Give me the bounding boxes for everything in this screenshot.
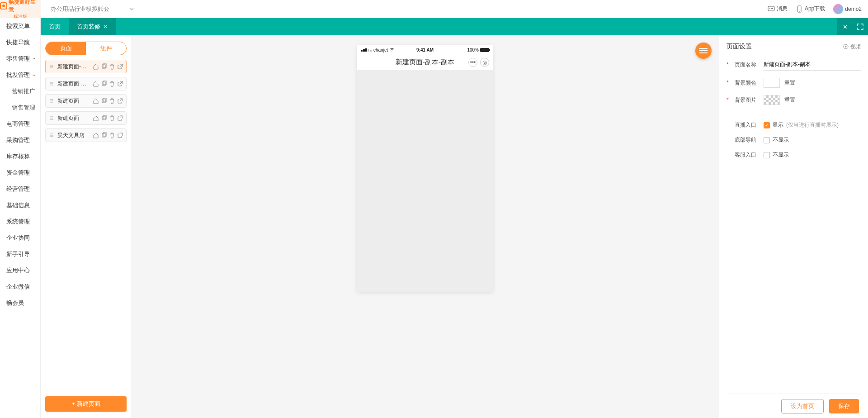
play-icon [843,44,849,49]
sidebar-item-quicknav[interactable]: 快捷导航 [0,34,40,51]
sidebar-item-appcenter[interactable]: 应用中心 [0,262,40,279]
phone-time: 9:41 AM [416,48,434,52]
tab-home[interactable]: 首页 [41,18,69,35]
page-row[interactable]: 昊天文具店 [45,128,127,142]
drag-icon[interactable] [48,132,55,138]
svg-rect-10 [102,99,105,103]
drag-icon[interactable] [48,63,55,70]
drag-icon[interactable] [48,98,55,104]
delete-icon[interactable] [109,81,115,87]
sidebar-item-retail[interactable]: 零售管理 [0,51,40,67]
svg-rect-12 [102,116,105,120]
save-button[interactable]: 保存 [829,399,859,413]
bg-image-swatch[interactable] [764,95,780,105]
sidebar-item-operation[interactable]: 经营管理 [0,181,40,197]
share-icon[interactable] [117,115,123,121]
page-row[interactable]: 新建页面 [45,111,127,125]
miniapp-menu-icon[interactable]: ••• [468,58,477,67]
svg-rect-6 [102,65,105,68]
share-icon[interactable] [117,98,123,104]
account-select[interactable]: 办公用品行业模拟账套 [47,3,137,15]
share-icon[interactable] [117,132,123,138]
bg-image-reset[interactable]: 重置 [784,96,795,104]
delete-icon[interactable] [109,63,115,70]
copy-icon[interactable] [101,81,107,87]
page-row[interactable]: 新建页面-副本 [45,77,127,90]
tab-page-decorate[interactable]: 首页装修✕ [69,18,116,35]
sidebar-item-search[interactable]: 搜索菜单 [0,18,40,34]
sidebar-item-purchase[interactable]: 采购管理 [0,132,40,148]
account-name: 办公用品行业模拟账套 [51,5,109,13]
home-icon[interactable] [93,81,99,87]
tab-close-all-button[interactable]: ✕ [837,18,853,35]
messages-link[interactable]: 消息 [768,5,788,13]
new-page-button[interactable]: + 新建页面 [45,396,127,412]
tab-bar: 首页 首页装修✕ ✕ [41,18,868,35]
copy-icon[interactable] [101,98,107,104]
checkbox-bottomnav-hide[interactable] [764,137,770,143]
top-bar: 畅捷通好生意 标准版 办公用品行业模拟账套 消息 App下载 demo2 [0,0,868,18]
checkbox-service-hide[interactable] [764,152,770,158]
home-icon[interactable] [93,115,99,121]
copy-icon[interactable] [101,132,107,138]
segment-pages[interactable]: 页面 [46,42,86,55]
close-icon[interactable]: ✕ [103,24,108,30]
video-help-link[interactable]: 视频 [843,43,861,51]
svg-rect-11 [103,98,106,102]
service-hide-label: 不显示 [773,151,789,159]
bg-color-reset[interactable]: 重置 [784,79,795,87]
page-row-label: 新建页面-副本 [57,80,90,88]
user-menu[interactable]: demo2 [833,4,862,14]
sidebar-item-system[interactable]: 系统管理 [0,214,40,230]
sidebar-item-finance[interactable]: 资金管理 [0,165,40,181]
sidebar-item-marketing[interactable]: 营销推广 [0,83,40,100]
share-icon[interactable] [117,63,123,70]
delete-icon[interactable] [109,115,115,121]
share-icon[interactable] [117,81,123,87]
phone-preview: chanjet 9:41 AM 100% 新建页面-副本-副本 ••• ◎ [357,45,493,292]
page-row-label: 新建页面 [57,97,90,105]
svg-rect-13 [103,115,106,119]
sidebar-item-wechat[interactable]: 企业微信 [0,279,40,295]
phone-body[interactable] [357,71,493,292]
copy-icon[interactable] [101,63,107,70]
input-page-name[interactable] [764,59,861,71]
drag-icon[interactable] [48,81,55,87]
sidebar-item-ecommerce[interactable]: 电商管理 [0,116,40,132]
sidebar-item-wholesale[interactable]: 批发管理 [0,67,40,83]
svg-rect-8 [102,82,105,86]
sidebar-item-member[interactable]: 畅会员 [0,295,40,311]
sidebar-item-guide[interactable]: 新手引导 [0,246,40,262]
messages-label: 消息 [777,5,788,13]
phone-icon [796,5,803,13]
label-bg-color: 背景颜色 [735,79,759,87]
page-row[interactable]: 新建页面-副本... [45,60,127,73]
sidebar-item-collab[interactable]: 企业协同 [0,230,40,246]
app-download-link[interactable]: App下载 [796,5,825,13]
copy-icon[interactable] [101,115,107,121]
set-home-button[interactable]: 设为首页 [781,399,824,413]
label-service: 客服入口 [735,151,759,159]
sidebar-item-sales[interactable]: 销售管理 [0,100,40,116]
bg-color-swatch[interactable] [764,78,780,88]
label-bg-image: 背景图片 [735,96,759,104]
app-download-label: App下载 [805,5,825,13]
home-icon[interactable] [93,132,99,138]
wifi-icon [389,48,395,52]
delete-icon[interactable] [109,132,115,138]
home-icon[interactable] [93,63,99,70]
drag-icon[interactable] [48,115,55,121]
sidebar-item-basicinfo[interactable]: 基础信息 [0,197,40,214]
sidebar-item-inventory[interactable]: 库存核算 [0,148,40,165]
delete-icon[interactable] [109,98,115,104]
checkbox-live-show[interactable]: ✓ [764,122,770,128]
home-icon[interactable] [93,98,99,104]
svg-rect-7 [103,64,106,67]
segment-components[interactable]: 组件 [86,42,126,55]
svg-point-5 [799,11,800,12]
signal-icon [361,48,372,52]
page-row[interactable]: 新建页面 [45,94,127,108]
miniapp-close-icon[interactable]: ◎ [480,58,489,67]
fullscreen-button[interactable] [853,18,868,35]
canvas-menu-fab[interactable] [695,43,712,59]
